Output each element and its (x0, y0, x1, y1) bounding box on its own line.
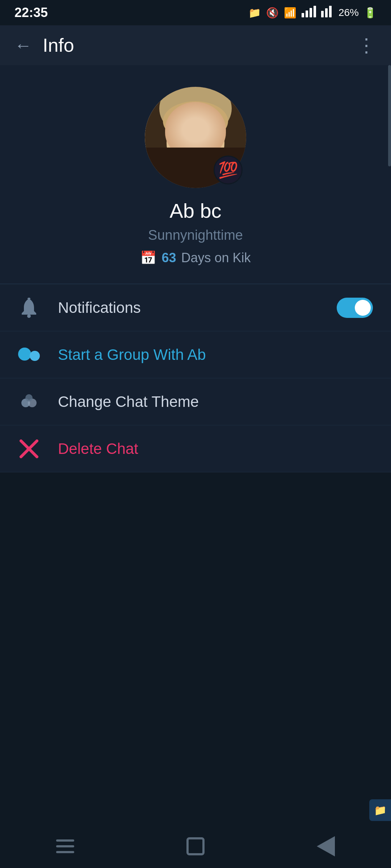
svg-point-19 (25, 394, 33, 401)
status-icons: 📁 🔇 📶 26% 🔋 (248, 6, 377, 20)
x-icon (18, 439, 40, 458)
profile-section: 💯 Ab bc Sunnynighttime 📅 63 Days on Kik (0, 65, 391, 284)
days-label: Days on Kik (181, 250, 251, 265)
header: ← Info ⋮ (0, 25, 391, 65)
svg-rect-1 (306, 10, 308, 17)
wifi-icon: 📶 (284, 7, 297, 19)
home-icon (186, 837, 205, 855)
svg-rect-5 (325, 8, 328, 17)
status-bar: 22:35 📁 🔇 📶 26% 🔋 (0, 0, 391, 25)
file-icon: 📁 (248, 7, 261, 19)
bottom-area (0, 472, 391, 868)
floating-badge-icon: 📁 (374, 804, 387, 816)
signal2-icon (321, 6, 333, 20)
recent-apps-icon (56, 839, 74, 853)
menu-section: Notifications Start a Group With Ab Chan… (0, 284, 391, 472)
group-dot-2 (30, 351, 40, 361)
toggle-knob (355, 300, 371, 316)
svg-point-14 (163, 101, 228, 141)
svg-rect-16 (28, 298, 30, 299)
paint-icon (18, 392, 40, 412)
svg-rect-6 (329, 6, 332, 17)
more-options-button[interactable]: ⋮ (357, 34, 377, 56)
svg-rect-0 (302, 13, 304, 17)
svg-rect-3 (314, 6, 316, 17)
start-group-label: Start a Group With Ab (58, 346, 373, 363)
battery-text: 26% (339, 7, 359, 18)
profile-days: 📅 63 Days on Kik (140, 250, 251, 265)
days-count: 63 (161, 250, 176, 265)
svg-rect-10 (185, 166, 206, 184)
back-icon (317, 836, 335, 856)
battery-icon: 🔋 (364, 7, 377, 19)
recent-apps-button[interactable] (56, 839, 74, 853)
change-theme-label: Change Chat Theme (58, 393, 373, 410)
emoji-badge: 💯 (214, 156, 243, 184)
back-button-nav[interactable] (317, 836, 335, 856)
calendar-icon: 📅 (140, 250, 156, 265)
scrollbar[interactable] (388, 65, 391, 166)
bell-icon (18, 297, 40, 318)
mute-icon: 🔇 (266, 7, 279, 19)
menu-item-change-theme[interactable]: Change Chat Theme (0, 378, 391, 425)
svg-rect-4 (321, 11, 324, 17)
avatar-container: 💯 (145, 87, 246, 188)
group-icon (18, 346, 40, 364)
home-button[interactable] (186, 837, 205, 855)
profile-name: Ab bc (169, 199, 221, 222)
navigation-bar (0, 825, 391, 868)
signal-icon (302, 6, 316, 20)
menu-item-start-group[interactable]: Start a Group With Ab (0, 331, 391, 378)
notifications-toggle[interactable] (337, 298, 373, 318)
delete-chat-label: Delete Chat (58, 440, 373, 458)
page-title: Info (43, 34, 74, 56)
menu-item-notifications[interactable]: Notifications (0, 284, 391, 331)
notifications-label: Notifications (58, 299, 319, 316)
floating-badge: 📁 (369, 799, 391, 821)
back-button[interactable]: ← (14, 35, 32, 55)
svg-point-13 (201, 135, 208, 143)
header-left: ← Info (14, 34, 74, 56)
profile-username: Sunnynighttime (148, 227, 243, 243)
group-dot-1 (18, 348, 31, 361)
svg-rect-2 (310, 8, 312, 17)
menu-item-delete-chat[interactable]: Delete Chat (0, 425, 391, 472)
svg-point-12 (183, 135, 190, 143)
status-time: 22:35 (14, 5, 48, 20)
svg-point-15 (27, 314, 31, 318)
